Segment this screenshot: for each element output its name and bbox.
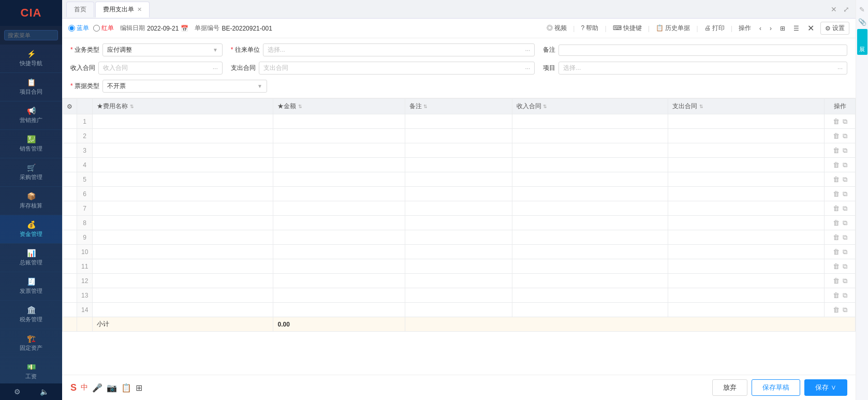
row-expense-contract-8[interactable] (668, 216, 825, 230)
row-note-13[interactable] (405, 288, 512, 303)
row-expense-contract-10[interactable] (668, 245, 825, 259)
row-note-10[interactable] (405, 245, 512, 259)
remark-input[interactable] (558, 45, 847, 56)
row-income-contract-6[interactable] (512, 187, 668, 201)
radio-blue-input[interactable] (68, 25, 75, 32)
remark-input-field[interactable] (563, 47, 843, 54)
sidebar-item-marketing[interactable]: 📢营销推广 (0, 101, 62, 130)
row-copy-9[interactable]: ⧉ (843, 233, 847, 242)
calendar-icon[interactable]: 📅 (181, 25, 188, 32)
income-contract-ellipsis[interactable]: ··· (213, 65, 218, 72)
row-copy-11[interactable]: ⧉ (843, 262, 847, 271)
operations-btn[interactable]: 操作 (737, 23, 753, 34)
row-copy-4[interactable]: ⧉ (843, 161, 847, 169)
row-delete-1[interactable]: 🗑 (833, 117, 840, 125)
row-expense-name-10[interactable] (93, 245, 273, 259)
col-note[interactable]: 备注 ⇅ (405, 99, 512, 114)
row-expense-contract-2[interactable] (668, 129, 825, 143)
income-contract-input[interactable]: 收入合同 ··· (98, 62, 223, 75)
row-note-7[interactable] (405, 201, 512, 216)
right-panel-expand[interactable]: 展 (857, 29, 867, 55)
row-expense-contract-12[interactable] (668, 274, 825, 288)
row-note-4[interactable] (405, 158, 512, 172)
row-expense-name-7[interactable] (93, 201, 273, 216)
row-income-contract-1[interactable] (512, 114, 668, 129)
row-income-contract-13[interactable] (512, 288, 668, 303)
row-income-contract-12[interactable] (512, 274, 668, 288)
speaker-icon[interactable]: 🔈 (40, 388, 49, 396)
row-income-contract-14[interactable] (512, 303, 668, 317)
row-expense-name-6[interactable] (93, 187, 273, 201)
row-expense-name-14[interactable] (93, 303, 273, 317)
sidebar-item-invoice[interactable]: 🧾发票管理 (0, 272, 62, 301)
row-expense-contract-11[interactable] (668, 259, 825, 274)
row-note-2[interactable] (405, 129, 512, 143)
row-income-contract-5[interactable] (512, 172, 668, 187)
row-note-3[interactable] (405, 143, 512, 158)
row-amount-4[interactable] (273, 158, 405, 172)
row-delete-12[interactable]: 🗑 (833, 277, 840, 285)
row-delete-4[interactable]: 🗑 (833, 161, 840, 169)
mic-icon[interactable]: 🎤 (92, 383, 102, 393)
row-copy-13[interactable]: ⧉ (843, 291, 847, 300)
row-expense-name-12[interactable] (93, 274, 273, 288)
tab-home[interactable]: 首页 (66, 2, 94, 17)
project-input[interactable]: 选择... ··· (558, 62, 847, 75)
row-amount-5[interactable] (273, 172, 405, 187)
list-btn[interactable]: ☰ (791, 24, 801, 33)
radio-red-input[interactable] (93, 25, 100, 32)
zhong-icon[interactable]: 中 (81, 383, 88, 392)
sidebar-item-ledger[interactable]: 📊总账管理 (0, 244, 62, 272)
row-copy-8[interactable]: ⧉ (843, 219, 847, 227)
clipboard-icon[interactable]: 📋 (121, 383, 131, 393)
row-note-1[interactable] (405, 114, 512, 129)
row-copy-3[interactable]: ⧉ (843, 146, 847, 155)
row-expense-name-3[interactable] (93, 143, 273, 158)
prev-btn[interactable]: ‹ (757, 24, 763, 33)
discard-button[interactable]: 放弃 (712, 379, 747, 396)
window-close[interactable]: ✕ (829, 4, 839, 14)
row-copy-2[interactable]: ⧉ (843, 132, 847, 140)
row-note-12[interactable] (405, 274, 512, 288)
row-delete-9[interactable]: 🗑 (833, 233, 840, 241)
row-expense-name-4[interactable] (93, 158, 273, 172)
sidebar-item-sales[interactable]: 💹销售管理 (0, 130, 62, 158)
row-delete-6[interactable]: 🗑 (833, 190, 840, 198)
expense-contract-input[interactable]: 支出合同 ··· (259, 62, 535, 75)
sidebar-item-purchase[interactable]: 🛒采购管理 (0, 158, 62, 187)
grid-footer-icon[interactable]: ⊞ (136, 383, 142, 393)
row-delete-5[interactable]: 🗑 (833, 175, 840, 183)
sidebar-item-salary[interactable]: 💵工资 (0, 358, 62, 383)
save-button[interactable]: 保存 ∨ (804, 379, 847, 396)
col-gear[interactable]: ⚙ (63, 99, 77, 114)
biz-type-input[interactable]: 应付调整 ▼ (102, 43, 223, 56)
project-ellipsis[interactable]: ··· (837, 65, 843, 72)
row-income-contract-3[interactable] (512, 143, 668, 158)
row-note-9[interactable] (405, 230, 512, 245)
row-expense-contract-1[interactable] (668, 114, 825, 129)
col-expense-name[interactable]: ★费用名称 ⇅ (93, 99, 273, 114)
sidebar-item-tax[interactable]: 🏛️税务管理 (0, 301, 62, 329)
row-income-contract-10[interactable] (512, 245, 668, 259)
tab-expense-close[interactable]: ✕ (137, 6, 142, 13)
row-note-8[interactable] (405, 216, 512, 230)
row-delete-3[interactable]: 🗑 (833, 146, 840, 154)
row-note-5[interactable] (405, 172, 512, 187)
radio-blue[interactable]: 蓝单 (68, 24, 89, 33)
row-expense-name-9[interactable] (93, 230, 273, 245)
row-amount-8[interactable] (273, 216, 405, 230)
row-income-contract-11[interactable] (512, 259, 668, 274)
settings-btn[interactable]: ⚙ 设置 (820, 22, 849, 35)
row-expense-contract-14[interactable] (668, 303, 825, 317)
right-panel-attach[interactable]: 📎 (857, 17, 867, 27)
row-expense-name-1[interactable] (93, 114, 273, 129)
row-copy-10[interactable]: ⧉ (843, 248, 847, 256)
camera-icon[interactable]: 📷 (107, 383, 117, 393)
row-delete-10[interactable]: 🗑 (833, 248, 840, 256)
row-expense-name-2[interactable] (93, 129, 273, 143)
row-copy-12[interactable]: ⧉ (843, 277, 847, 285)
row-expense-contract-7[interactable] (668, 201, 825, 216)
invoice-type-input[interactable]: 不开票 ▼ (102, 80, 267, 93)
row-delete-14[interactable]: 🗑 (833, 306, 840, 314)
help-btn[interactable]: ? 帮助 (579, 23, 600, 34)
